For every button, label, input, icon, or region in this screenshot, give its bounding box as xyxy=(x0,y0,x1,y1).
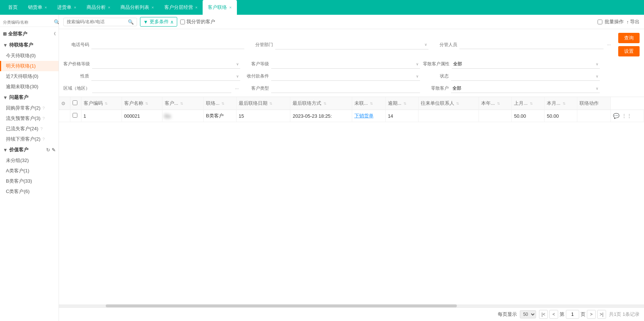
nav-home[interactable]: 首页 xyxy=(3,0,23,15)
refresh-icon[interactable]: ↻ xyxy=(46,147,50,153)
filter-row-1: 电话号码 分管部门 ∨ 分管人员 ··· 查询 设置 xyxy=(63,33,640,56)
region-input[interactable] xyxy=(92,84,231,93)
td-gear xyxy=(59,110,70,122)
row-checkbox-0[interactable] xyxy=(73,113,77,118)
td-action: 💬 ⋮⋮ xyxy=(611,110,644,122)
first-page-btn[interactable]: |< xyxy=(539,310,548,319)
nature-select[interactable] xyxy=(91,72,240,80)
retail-attr-select[interactable]: 全部 xyxy=(452,59,600,68)
sort-contact-person-icon[interactable]: ⇅ xyxy=(456,101,459,106)
manager-input[interactable] xyxy=(459,40,603,49)
sort-overdue-icon[interactable]: ⇅ xyxy=(403,101,406,106)
nav-purchase[interactable]: 进货单 × xyxy=(52,0,81,15)
chat-icon[interactable]: 💬 xyxy=(613,113,619,119)
price-grade-select[interactable] xyxy=(92,59,240,68)
sidebar-search-icon[interactable]: 🔍 xyxy=(54,19,59,25)
sidebar-search-input[interactable] xyxy=(3,20,54,24)
dept-select[interactable] xyxy=(275,40,428,49)
batch-check[interactable] xyxy=(598,20,602,24)
sidebar-item-tomorrow[interactable]: 明天待联络(1) xyxy=(0,61,59,71)
status-select[interactable] xyxy=(451,72,600,80)
gear-icon[interactable]: ⚙ xyxy=(61,101,66,106)
sidebar-item-ungrouped[interactable]: 未分组(32) xyxy=(0,155,59,166)
th-type: 客户... ⇅ xyxy=(162,97,203,110)
toolbar-search-icon[interactable]: 🔍 xyxy=(128,19,134,25)
right-actions: 批量操作 ↑ 导出 xyxy=(598,18,640,25)
sort-name-icon[interactable]: ⇅ xyxy=(145,101,148,106)
payment-select-wrap: ∨ xyxy=(271,72,420,81)
th-code: 客户编码 ⇅ xyxy=(81,97,122,110)
sidebar-item-churned[interactable]: 已流失客户(24) ? xyxy=(0,124,59,134)
close-analysis-list-icon[interactable]: × xyxy=(151,5,154,10)
nav-product-analysis[interactable]: 商品分析 × xyxy=(81,0,115,15)
close-layer-icon[interactable]: × xyxy=(195,5,197,10)
main-layout: 🔍 ⊞ 全部客户 《 ▼ 待联络客户 今天待联络(0) 明天待联络(1) 近7天… xyxy=(0,15,644,321)
next-page-btn[interactable]: > xyxy=(587,310,596,319)
sort-last-month-icon[interactable]: ⇅ xyxy=(530,101,533,106)
td-overdue xyxy=(418,110,479,122)
sort-type-icon[interactable]: ⇅ xyxy=(180,101,183,106)
sort-code-icon[interactable]: ⇅ xyxy=(105,101,108,106)
batch-op-btn[interactable]: 批量操作 xyxy=(598,18,624,25)
payment-select[interactable] xyxy=(271,72,420,80)
export-btn[interactable]: ↑ 导出 xyxy=(627,18,640,25)
per-page-select[interactable]: 50 xyxy=(520,310,536,318)
sidebar-pending-section[interactable]: ▼ 待联络客户 xyxy=(0,39,59,51)
phone-input[interactable] xyxy=(91,40,244,49)
close-sales-icon[interactable]: × xyxy=(45,5,47,10)
sort-this-year-icon[interactable]: ⇅ xyxy=(497,101,500,106)
prev-page-btn[interactable]: < xyxy=(549,310,558,319)
edit-icon[interactable]: ✎ xyxy=(52,147,56,153)
scrollbar-thumb[interactable] xyxy=(106,304,457,307)
sidebar-value-section[interactable]: ▼ 价值客户 ↻ ✎ xyxy=(0,144,59,155)
sidebar-item-c-class[interactable]: C类客户(6) xyxy=(0,186,59,197)
sidebar-item-b-class[interactable]: B类客户(33) xyxy=(0,176,59,186)
customer-type-input[interactable] xyxy=(271,84,420,93)
sort-last-method-icon[interactable]: ⇅ xyxy=(323,101,326,106)
more-action-icon[interactable]: ⋮⋮ xyxy=(622,113,632,119)
retail-customer-select[interactable]: 全部 xyxy=(451,84,600,93)
nav-sales[interactable]: 销货单 × xyxy=(23,0,52,15)
close-purchase-icon[interactable]: × xyxy=(74,5,76,10)
close-contact-icon[interactable]: × xyxy=(229,5,231,10)
sort-contact-icon[interactable]: ⇅ xyxy=(221,101,224,106)
settings-button[interactable]: 设置 xyxy=(618,46,640,56)
close-analysis-icon[interactable]: × xyxy=(108,5,110,10)
last-method-link[interactable]: 下销货单 xyxy=(354,113,374,118)
more-conditions-btn[interactable]: ▼ 更多条件 ∧ xyxy=(140,17,177,27)
sidebar-item-churn-warn[interactable]: 流失预警客户(3) ? xyxy=(0,113,59,124)
sidebar-item-declining[interactable]: 持续下滑客户(2) ? xyxy=(0,134,59,144)
sidebar-problem-section[interactable]: ▼ 问题客户 xyxy=(0,92,59,103)
my-customers-check[interactable] xyxy=(180,20,185,24)
sidebar-item-today[interactable]: 今天待联络(0) xyxy=(0,51,59,61)
search-input[interactable] xyxy=(67,19,128,24)
sort-last-date-icon[interactable]: ⇅ xyxy=(269,101,272,106)
th-action: 联络动作 xyxy=(577,97,611,110)
sort-this-month-icon[interactable]: ⇅ xyxy=(563,101,566,106)
th-overdue: 逾期... ⇅ xyxy=(385,97,418,110)
sidebar-item-abnormal[interactable]: 回购异常客户(2) ? xyxy=(0,103,59,113)
customer-grade-select[interactable] xyxy=(271,59,420,68)
collapse-icon[interactable]: 《 xyxy=(52,31,56,37)
region-more-icon[interactable]: ··· xyxy=(234,86,240,91)
sidebar-all-customers[interactable]: ⊞ 全部客户 《 xyxy=(0,28,59,39)
top-nav: 首页 销货单 × 进货单 × 商品分析 × 商品分析列表 × 客户分层经营 × … xyxy=(0,0,644,15)
select-all-checkbox[interactable] xyxy=(73,100,77,105)
triangle-icon2: ▼ xyxy=(3,95,8,100)
last-page-btn[interactable]: >| xyxy=(597,310,606,319)
nav-product-analysis-list[interactable]: 商品分析列表 × xyxy=(115,0,159,15)
query-button[interactable]: 查询 xyxy=(618,33,640,43)
sidebar-item-overdue[interactable]: 逾期未联络(30) xyxy=(0,82,59,92)
page-input[interactable] xyxy=(566,310,579,319)
filter-customer-type: 客户类型 xyxy=(243,84,420,93)
filter-dept: 分管部门 ∨ xyxy=(247,40,428,49)
my-customers-checkbox[interactable]: 我分管的客户 xyxy=(180,18,215,25)
manager-more-icon[interactable]: ··· xyxy=(606,42,612,47)
filter-area: 电话号码 分管部门 ∨ 分管人员 ··· 查询 设置 xyxy=(59,29,644,97)
sidebar-item-7days[interactable]: 近7天待联络(0) xyxy=(0,71,59,82)
horizontal-scrollbar[interactable] xyxy=(59,304,644,307)
sort-no-days-icon[interactable]: ⇅ xyxy=(370,101,373,106)
nav-customer-contact[interactable]: 客户联络 × xyxy=(203,0,237,15)
nav-customer-layer[interactable]: 客户分层经营 × xyxy=(159,0,203,15)
sidebar-item-a-class[interactable]: A类客户(1) xyxy=(0,166,59,176)
